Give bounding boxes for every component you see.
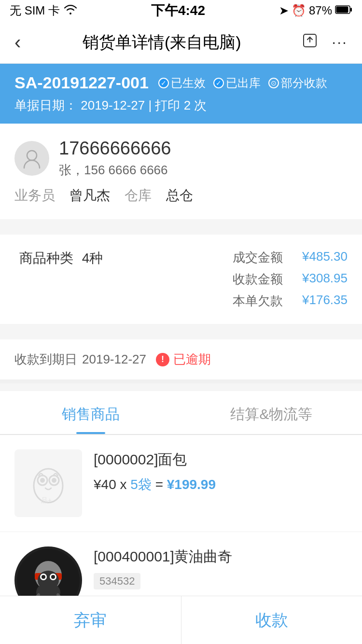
status-bar: 无 SIM 卡 下午4:42 ➤ ⏰ 87%	[0, 0, 362, 21]
status-tags: ✓ 已生效 ✓ 已出库 ⊙ 部分收款	[158, 75, 327, 91]
product-name-1: [0000002]面包	[94, 449, 348, 470]
status-shipped: ✓ 已出库	[213, 75, 261, 91]
svg-point-18	[51, 575, 55, 579]
status-bar-left: 无 SIM 卡	[10, 3, 77, 18]
customer-name: 张，156 6666 6666	[59, 162, 171, 179]
status-active: ✓ 已生效	[158, 75, 206, 91]
tabs-bar: 销售商品 结算&物流等	[0, 391, 362, 435]
share-button[interactable]	[303, 33, 317, 51]
warehouse-label: 仓库	[125, 186, 152, 205]
customer-section: 17666666666 张，156 6666 6666 业务员 曾凡杰 仓库 总…	[0, 124, 362, 219]
nav-right-actions: ···	[303, 33, 348, 51]
product-types-label: 商品种类	[19, 251, 73, 266]
check-icon-active: ✓	[158, 78, 169, 88]
owed-row: 本单欠款 ¥176.35	[233, 293, 348, 309]
due-date-label: 收款到期日	[14, 351, 77, 368]
nav-bar: ‹ 销货单详情(来自电脑) ···	[0, 21, 362, 64]
avatar	[14, 141, 49, 176]
svg-point-4	[27, 151, 37, 160]
collect-button[interactable]: 收款	[181, 596, 362, 644]
clock-icon: ⊙	[268, 78, 279, 88]
product-info-1: [0000002]面包 ¥40 x 5袋 = ¥199.99	[94, 449, 348, 494]
bottom-actions: 弃审 收款	[0, 596, 362, 644]
warehouse-value: 总仓	[166, 186, 193, 205]
product-name-2: [000400001]黄油曲奇	[94, 546, 348, 567]
divider-1	[0, 227, 362, 235]
received-row: 收款金额 ¥308.95	[233, 271, 348, 288]
order-header-banner: SA-20191227-001 ✓ 已生效 ✓ 已出库 ⊙ 部分收款 单据日期：…	[0, 64, 362, 124]
received-label: 收款金额	[233, 271, 283, 288]
product-types-item: 商品种类 4种	[14, 249, 103, 267]
carrier-text: 无 SIM 卡	[10, 3, 60, 18]
reject-button[interactable]: 弃审	[0, 596, 181, 644]
product-types-value: 4种	[82, 251, 103, 266]
received-value: ¥308.95	[302, 271, 348, 288]
check-icon-shipped: ✓	[213, 78, 224, 88]
product-image-1: 品+	[14, 449, 82, 517]
status-time: 下午4:42	[151, 1, 205, 20]
alarm-icon: ⏰	[292, 4, 306, 17]
order-id: SA-20191227-001	[14, 73, 149, 92]
owed-label: 本单欠款	[233, 293, 283, 309]
battery-icon	[335, 4, 352, 17]
customer-phone: 17666666666	[59, 138, 171, 159]
customer-details: 业务员 曾凡杰 仓库 总仓	[14, 186, 348, 205]
product-item-1: 品+ [0000002]面包 ¥40 x 5袋 = ¥199.99	[0, 435, 362, 532]
svg-point-9	[52, 478, 56, 483]
location-icon: ➤	[279, 4, 289, 17]
product-total-1: ¥199.99	[167, 477, 216, 492]
product-price-1: ¥40 x 5袋 = ¥199.99	[94, 476, 348, 494]
due-section: 收款到期日 2019-12-27 ! 已逾期	[0, 339, 362, 383]
order-date-info: 单据日期： 2019-12-27 | 打印 2 次	[14, 97, 348, 114]
svg-rect-2	[336, 7, 348, 13]
financial-section: 商品种类 4种 成交金额 ¥485.30 收款金额 ¥308.95 本单欠款 ¥…	[0, 235, 362, 324]
battery-text: 87%	[309, 4, 332, 17]
svg-point-17	[42, 575, 45, 579]
tab-settlement-logistics[interactable]: 结算&物流等	[181, 391, 362, 434]
divider-2	[0, 332, 362, 339]
status-partial: ⊙ 部分收款	[268, 75, 327, 91]
product-tag-2: 534532	[94, 573, 140, 589]
tab-sales-products[interactable]: 销售商品	[0, 391, 181, 434]
svg-rect-1	[350, 8, 352, 12]
owed-value: ¥176.35	[302, 293, 348, 309]
overdue-icon: !	[156, 353, 169, 366]
salesperson-label: 业务员	[14, 186, 55, 205]
deal-amount-row: 成交金额 ¥485.30	[233, 249, 348, 266]
product-qty-1: 5袋	[130, 477, 152, 492]
salesperson-value: 曾凡杰	[70, 186, 110, 205]
deal-amount-label: 成交金额	[233, 249, 283, 266]
svg-text:品+: 品+	[41, 496, 52, 504]
wifi-icon	[64, 4, 77, 17]
overdue-badge: 已逾期	[173, 351, 211, 368]
page-title: 销货单详情(来自电脑)	[83, 31, 241, 54]
svg-point-8	[40, 478, 45, 483]
status-bar-right: ➤ ⏰ 87%	[279, 4, 352, 17]
back-button[interactable]: ‹	[14, 31, 21, 53]
financial-right: 成交金额 ¥485.30 收款金额 ¥308.95 本单欠款 ¥176.35	[233, 249, 348, 309]
more-button[interactable]: ···	[332, 33, 348, 51]
deal-amount-value: ¥485.30	[302, 249, 348, 266]
due-date-value: 2019-12-27	[82, 352, 146, 367]
